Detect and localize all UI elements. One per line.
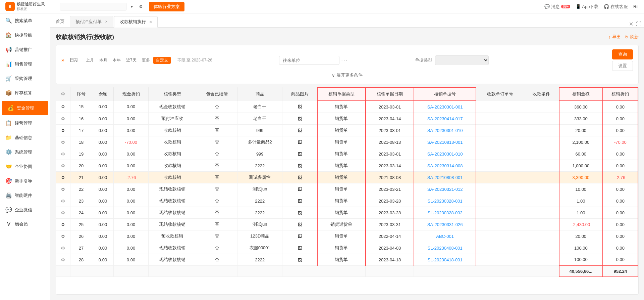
sidebar-item-search-menu[interactable]: 🔍搜索菜单 bbox=[0, 13, 50, 28]
date-custom[interactable]: 自定义 bbox=[153, 57, 171, 64]
table-row[interactable]: ⚙190.000.00收款核销否999🖼销货单2023-03-01SA-2023… bbox=[56, 148, 638, 160]
table-cell[interactable]: SL-20230328-002 bbox=[414, 207, 476, 219]
footer-cell-collection_condition bbox=[524, 266, 559, 277]
bill-type-select[interactable] bbox=[435, 55, 489, 65]
table-cell: 0.00 bbox=[603, 113, 638, 125]
table-cell: 2023-04-08 bbox=[366, 242, 414, 254]
table-row[interactable]: ⚙260.000.00预收款核销否123D商品🖼销货单2022-04-14ABC… bbox=[56, 230, 638, 242]
tab-bar-right: ✕ ⛶ bbox=[626, 21, 644, 27]
table-cell[interactable]: SL-20230408-001 bbox=[414, 242, 476, 254]
sidebar-label-quick-nav: 快捷导航 bbox=[15, 32, 32, 38]
footer-cell-cash_discount bbox=[114, 266, 149, 277]
sidebar-item-system[interactable]: ⚙️系统管理 bbox=[0, 145, 50, 159]
sidebar-item-smart-hw[interactable]: 🖨️智能硬件 bbox=[0, 188, 50, 203]
sidebar-item-marketing[interactable]: 📢营销推广 bbox=[0, 42, 50, 57]
refresh-btn[interactable]: ↻ 刷新 bbox=[625, 34, 639, 40]
gear-icon[interactable]: ⚙ bbox=[137, 3, 145, 11]
export-btn[interactable]: ↑ 导出 bbox=[609, 34, 621, 40]
table-cell: 否 bbox=[196, 113, 237, 125]
sidebar-item-wechat[interactable]: 💬企业微信 bbox=[0, 203, 50, 217]
counterparty-input[interactable] bbox=[279, 56, 339, 65]
setting-btn[interactable]: 设置 bbox=[612, 61, 633, 71]
table-cell: 多计量商品2 bbox=[237, 136, 282, 148]
date-this-year[interactable]: 本年 bbox=[111, 57, 123, 64]
table-cell: 21 bbox=[70, 172, 92, 183]
table-cell: 2023-03-14 bbox=[366, 160, 414, 172]
table-cell[interactable]: SL-20230328-001 bbox=[414, 195, 476, 207]
date-more[interactable]: 更多 bbox=[140, 57, 152, 64]
sidebar-item-operations[interactable]: 📋经营管理 bbox=[0, 116, 50, 130]
footer-cell-writeoff_bill_no bbox=[414, 266, 476, 277]
table-cell[interactable]: SA-20230301-010 bbox=[414, 125, 476, 136]
table-cell[interactable]: SL-20230418-001 bbox=[414, 254, 476, 266]
tab-collection[interactable]: 收款核销执行 ✕ bbox=[114, 16, 158, 28]
table-row[interactable]: ⚙170.000.00收款核销否999🖼销货单2023-03-01SA-2023… bbox=[56, 125, 638, 136]
table-cell: 100.00 bbox=[559, 242, 603, 254]
notification-area[interactable]: 💬 消息 99+ bbox=[544, 4, 570, 10]
top-search-input[interactable] bbox=[60, 3, 127, 11]
sidebar-item-basic-info[interactable]: 📁基础信息 bbox=[0, 130, 50, 145]
table-cell[interactable]: SA-20210808-001 bbox=[414, 172, 476, 183]
tab-expand[interactable]: ⛶ bbox=[636, 21, 641, 27]
sidebar-item-beginner[interactable]: 🎯新手引导 bbox=[0, 174, 50, 188]
table-row[interactable]: ⚙180.00-70.00收款核销否多计量商品2🖼销货单2021-08-13SA… bbox=[56, 136, 638, 148]
table-cell[interactable]: SA-20230414-017 bbox=[414, 113, 476, 125]
date-last-7days[interactable]: 近7天 bbox=[124, 57, 139, 64]
table-row[interactable]: ⚙230.000.00现结收款核销否2222🖼销货单2023-03-28SL-2… bbox=[56, 195, 638, 207]
table-cell: 0.00 bbox=[92, 254, 114, 266]
table-row[interactable]: ⚙280.000.00现结收款核销否2222🖼销货单2023-04-18SL-2… bbox=[56, 254, 638, 266]
sidebar-icon-marketing: 📢 bbox=[5, 46, 12, 53]
industry-btn[interactable]: 体验行业方案 bbox=[149, 2, 184, 11]
message-icon: 💬 bbox=[544, 4, 550, 9]
footer-cell-writeoff_bill_date bbox=[366, 266, 414, 277]
query-btn[interactable]: 查询 bbox=[612, 49, 633, 59]
table-cell[interactable]: SA-20230314-008 bbox=[414, 160, 476, 172]
sidebar-item-sales[interactable]: 📊销售管理 bbox=[0, 57, 50, 71]
table-cell: 0.00 bbox=[92, 230, 114, 242]
sidebar-item-member[interactable]: V畅会员 bbox=[0, 217, 50, 231]
tab-prepay-close[interactable]: ✕ bbox=[105, 20, 108, 24]
table-row[interactable]: ⚙270.000.00现结收款核销否衣服00001🖼销货单2023-04-08S… bbox=[56, 242, 638, 254]
sidebar-item-quick-nav[interactable]: 🏠快捷导航 bbox=[0, 28, 50, 42]
sidebar-item-finance[interactable]: 💰资金管理 bbox=[2, 101, 48, 115]
table-cell bbox=[476, 113, 524, 125]
table-cell[interactable]: SA-20230301-010 bbox=[414, 148, 476, 160]
tab-home[interactable]: 首页 bbox=[50, 16, 70, 27]
date-this-month[interactable]: 本月 bbox=[97, 57, 109, 64]
table-row[interactable]: ⚙160.000.00预付冲应收否老白干🖼销货单2023-04-14SA-202… bbox=[56, 113, 638, 125]
filter-collapse-btn[interactable]: » bbox=[61, 57, 64, 63]
sidebar-item-enterprise[interactable]: 🤝企业协同 bbox=[0, 159, 50, 174]
table-container[interactable]: ⚙序号余额现金折扣核销类型包含已结清商品商品图片核销单据类型核销单据日期核销单据… bbox=[56, 87, 639, 295]
date-last-month[interactable]: 上月 bbox=[84, 57, 96, 64]
user-name[interactable]: Rit bbox=[633, 4, 639, 9]
table-cell bbox=[476, 195, 524, 207]
sidebar-item-purchase[interactable]: 🛒采购管理 bbox=[0, 71, 50, 86]
app-download[interactable]: 📱 App下载 bbox=[576, 4, 598, 10]
table-row[interactable]: ⚙200.000.00收款核销否2222🖼销货单2023-03-14SA-202… bbox=[56, 160, 638, 172]
table-cell: 2022-04-14 bbox=[366, 230, 414, 242]
expand-more-btn[interactable]: ∨ 展开更多条件 bbox=[332, 72, 363, 78]
online-service[interactable]: 🎧 在线客服 bbox=[604, 4, 628, 10]
table-cell[interactable]: ABC-001 bbox=[414, 230, 476, 242]
counterparty-dots[interactable]: ··· bbox=[341, 58, 348, 63]
table-row[interactable]: ⚙220.000.00现结收款核销否测试jun🖼销货单2023-03-21SA-… bbox=[56, 183, 638, 195]
sidebar-label-marketing: 营销推广 bbox=[15, 47, 32, 53]
table-cell bbox=[476, 254, 524, 266]
tab-close-all[interactable]: ✕ bbox=[629, 21, 633, 27]
tab-collection-close[interactable]: ✕ bbox=[149, 20, 152, 24]
table-cell[interactable]: SA-20230301-001 bbox=[414, 101, 476, 113]
table-cell: 0.00 bbox=[114, 160, 149, 172]
table-row[interactable]: ⚙240.000.00现结收款核销否2222🖼销货单2023-03-28SL-2… bbox=[56, 207, 638, 219]
dropdown-arrow[interactable]: ▾ bbox=[131, 4, 133, 9]
tab-bar: 首页 预付冲应付单 ✕ 收款核销执行 ✕ ✕ ⛶ bbox=[50, 13, 644, 28]
table-cell[interactable]: SA-20230321-012 bbox=[414, 183, 476, 195]
table-row[interactable]: ⚙150.000.00现金收款核销否老白干🖼销货单2023-03-01SA-20… bbox=[56, 101, 638, 113]
tab-prepay[interactable]: 预付冲应付单 ✕ bbox=[70, 16, 113, 27]
table-cell[interactable]: SA-20230331-026 bbox=[414, 219, 476, 230]
table-row[interactable]: ⚙210.00-2.76收款核销否测试多属性🖼销货单2021-08-08SA-2… bbox=[56, 172, 638, 183]
table-cell: 0.00 bbox=[92, 195, 114, 207]
sidebar-item-inventory[interactable]: 📦库存核算 bbox=[0, 86, 50, 100]
table-row[interactable]: ⚙250.000.00现结收款核销否测试jun🖼销货退货单2023-03-31S… bbox=[56, 219, 638, 230]
table-cell: 360.00 bbox=[559, 101, 603, 113]
table-cell[interactable]: SA-20210813-001 bbox=[414, 136, 476, 148]
